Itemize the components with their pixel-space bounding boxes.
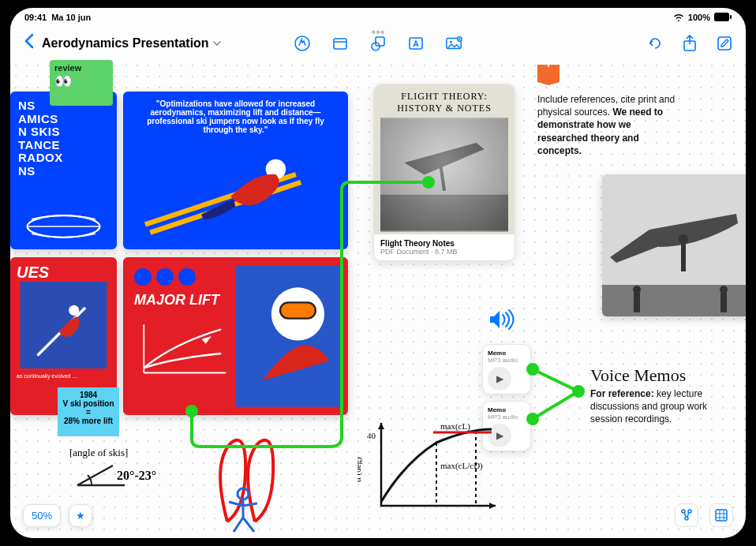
battery-icon [714,13,732,23]
sticky-tool-icon[interactable] [331,35,349,52]
minimap-button[interactable] [675,503,698,527]
svg-rect-7 [410,38,422,49]
status-time: 09:41 [24,13,47,22]
svg-point-34 [528,414,537,424]
favorites-chip[interactable]: ★ [69,504,92,527]
svg-rect-47 [716,510,727,521]
undo-button[interactable] [646,35,664,52]
wifi-icon [673,13,684,23]
board-title[interactable]: Aerodynamics Presentation [42,36,222,50]
toolbar: Aerodynamics Presentation [10,27,746,60]
text-tool-icon[interactable] [407,35,425,52]
markup-tool-icon[interactable] [294,35,311,52]
compose-button[interactable] [716,35,733,52]
svg-rect-5 [376,37,384,46]
svg-point-31 [187,406,196,416]
sticky-1984[interactable]: 1984 V ski position = 28% more lift [58,387,119,436]
svg-point-35 [574,387,583,396]
back-button[interactable] [23,33,34,54]
freeform-canvas[interactable]: review 👀 NS AMICS N SKIS TANCE RADOX NS … [10,60,746,538]
svg-rect-1 [730,15,732,19]
ipad-frame: 09:41 Ma 10 jun 100% ••• Aerodynamics Pr… [7,5,749,541]
status-date: Ma 10 jun [51,13,91,22]
svg-point-46 [685,517,688,520]
grid-button[interactable] [709,503,733,527]
status-bar: 09:41 Ma 10 jun 100% [10,8,746,27]
svg-point-32 [424,178,433,187]
svg-rect-3 [334,39,346,49]
star-icon: ★ [76,510,85,522]
chevron-down-icon [212,39,222,48]
sticky-review[interactable]: review 👀 [50,60,113,106]
eyes-icon: 👀 [54,73,108,90]
svg-rect-0 [714,13,729,21]
share-button[interactable] [681,35,698,52]
shapes-tool-icon[interactable] [369,35,387,52]
svg-rect-12 [718,37,731,50]
media-tool-icon[interactable] [445,35,462,52]
svg-point-9 [450,41,452,43]
connectors [10,60,746,538]
screen: 09:41 Ma 10 jun 100% ••• Aerodynamics Pr… [10,8,746,538]
battery-pct: 100% [688,13,710,22]
zoom-chip[interactable]: 50% [23,504,61,527]
svg-point-33 [528,365,537,374]
